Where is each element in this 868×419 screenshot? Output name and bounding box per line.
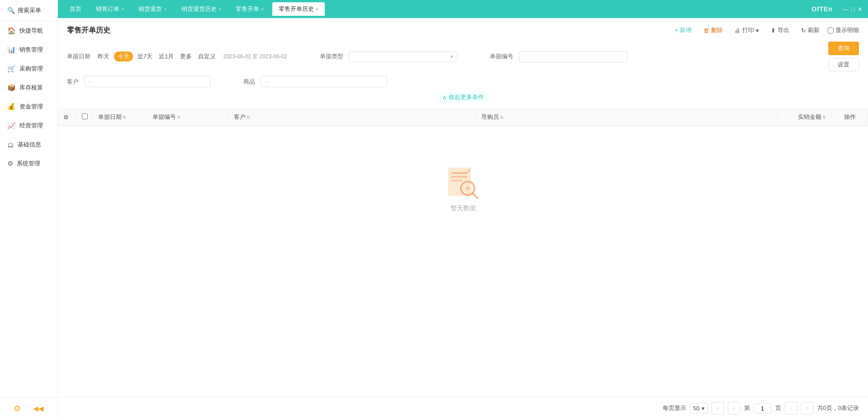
tab-label-sales-return: 销货退货: [138, 5, 162, 13]
tab-label-retail-open-history: 零售开单历史: [279, 5, 314, 13]
tab-sales-order[interactable]: 销售订单 ×: [90, 2, 130, 16]
date-today[interactable]: 今天: [114, 52, 133, 61]
filter-settings-button[interactable]: 设置: [828, 58, 859, 71]
prev-page-btn[interactable]: ‹: [728, 402, 740, 414]
sidebar-label-operations: 经营管理: [19, 122, 43, 130]
next-page-btn[interactable]: ›: [785, 402, 797, 414]
topbar: 首页销售订单 ×销货退货 ×销货退货历史 ×零售开单 ×零售开单历史 × OfT…: [58, 0, 868, 18]
date-custom[interactable]: 自定义: [196, 52, 218, 61]
tab-sales-return[interactable]: 销货退货 ×: [132, 2, 173, 16]
date-yesterday[interactable]: 昨天: [96, 52, 111, 61]
sidebar-label-inventory: 库存核算: [19, 84, 43, 92]
print-arrow-icon: ▾: [756, 27, 759, 34]
total-records: 共0页，0条记录: [817, 404, 859, 412]
goods-dots: ···: [265, 78, 270, 85]
date-more[interactable]: 更多: [178, 52, 194, 61]
tab-close-sales-return[interactable]: ×: [164, 6, 166, 12]
last-page-btn[interactable]: »: [801, 402, 814, 414]
table-settings-icon[interactable]: ⚙: [63, 114, 69, 121]
tab-sales-return-history[interactable]: 销货退货历史 ×: [175, 2, 228, 16]
date-range-display: 2023-06-02 至 2023-06-02: [223, 53, 287, 61]
sidebar-item-purchase-mgmt[interactable]: 🛒 采购管理: [0, 59, 57, 78]
date-7days[interactable]: 近7天: [136, 52, 154, 61]
sales-mgmt-icon: 📊: [7, 46, 16, 54]
svg-rect-2: [451, 176, 468, 178]
bill-number-input[interactable]: [523, 53, 623, 60]
chevron-up-icon: ∧: [442, 94, 447, 101]
close-btn[interactable]: ✕: [858, 6, 863, 13]
bill-number-label: 单据编号: [490, 52, 513, 61]
page-size-select[interactable]: 50 ▾: [690, 403, 707, 414]
page-label: 第: [744, 404, 750, 412]
tab-close-retail-open-history[interactable]: ×: [316, 6, 318, 12]
bill-sort-icon[interactable]: ⇅: [177, 115, 180, 120]
show-detail-checkbox[interactable]: 显示明细: [828, 26, 859, 34]
pagination: 每页显示 50 ▾ « ‹ 第 页 › » 共0页，0条记录: [58, 397, 868, 419]
tab-retail-open[interactable]: 零售开单 ×: [229, 2, 270, 16]
settings-icon[interactable]: ⚙: [14, 404, 21, 414]
sidebar-search[interactable]: 🔍 搜索采单: [0, 0, 57, 21]
bill-type-arrow-icon: ▾: [451, 54, 453, 60]
main-area: 首页销售订单 ×销货退货 ×销货退货历史 ×零售开单 ×零售开单历史 × OfT…: [58, 0, 868, 419]
filter-row-1: 单据日期 昨天 今天 近7天 近1月 更多 自定义 2023-06-02 至 2…: [67, 42, 859, 71]
date-sort-icon[interactable]: ⇅: [123, 115, 126, 120]
tab-close-retail-open[interactable]: ×: [261, 6, 264, 12]
refresh-button[interactable]: ↻ 刷新: [797, 24, 823, 36]
tab-home[interactable]: 首页: [63, 2, 88, 16]
th-checkbox: [76, 108, 92, 126]
print-button[interactable]: 🖨 打印 ▾: [731, 24, 763, 36]
sidebar-nav: 🏠 快捷导航 📊 销售管理 🛒 采购管理 📦 库存核算 💰 资金管理 📈 经营管…: [0, 21, 57, 398]
sidebar-footer: ⚙ ◀◀: [0, 398, 57, 419]
tab-label-sales-return-history: 销货退货历史: [181, 5, 217, 13]
tab-close-sales-order[interactable]: ×: [121, 6, 124, 12]
customer-input-wrapper[interactable]: ···: [84, 76, 211, 87]
data-table: ⚙ 单据日期⇅ 单据编号⇅ 客户⇅: [58, 108, 868, 126]
th-bill-no: 单据编号⇅: [147, 108, 228, 126]
collapse-sidebar-icon[interactable]: ◀◀: [33, 405, 44, 413]
collapse-label: 收起更多条件: [449, 93, 484, 101]
filter-row-2: 客户 ··· 商品 ···: [67, 76, 859, 87]
page-title: 零售开单历史: [67, 26, 110, 35]
th-amount: 实销金额⇅: [778, 108, 832, 126]
tab-close-sales-return-history[interactable]: ×: [218, 6, 221, 12]
select-all-checkbox[interactable]: [82, 113, 88, 119]
sidebar-label-basic-info: 基础信息: [18, 141, 41, 149]
show-detail-input[interactable]: [828, 28, 834, 33]
sidebar-item-sales-mgmt[interactable]: 📊 销售管理: [0, 40, 57, 59]
guide-sort-icon[interactable]: ⇅: [500, 115, 503, 120]
inventory-icon: 📦: [7, 84, 16, 92]
page-number-input[interactable]: [754, 403, 772, 414]
sidebar-item-finance[interactable]: 💰 资金管理: [0, 97, 57, 116]
sidebar-label-quick-nav: 快捷导航: [19, 27, 43, 35]
tab-label-home: 首页: [70, 5, 81, 13]
sidebar-item-operations[interactable]: 📈 经营管理: [0, 116, 57, 135]
delete-button[interactable]: 🗑 删除: [700, 24, 726, 36]
client-sort-icon[interactable]: ⇅: [247, 115, 250, 120]
query-button[interactable]: 查询: [828, 42, 859, 55]
refresh-icon: ↻: [801, 27, 806, 34]
bill-type-select[interactable]: ▾: [349, 52, 457, 62]
quick-nav-icon: 🏠: [7, 27, 16, 35]
date-1month[interactable]: 近1月: [157, 52, 175, 61]
svg-rect-3: [451, 179, 462, 181]
tab-retail-open-history[interactable]: 零售开单历史 ×: [272, 2, 325, 16]
goods-input-wrapper[interactable]: ···: [261, 76, 387, 87]
sidebar: 🔍 搜索采单 🏠 快捷导航 📊 销售管理 🛒 采购管理 📦 库存核算 💰 资金管…: [0, 0, 58, 419]
sidebar-label-sales-mgmt: 销售管理: [19, 46, 43, 54]
search-icon: 🔍: [7, 7, 15, 14]
first-page-btn[interactable]: «: [711, 402, 724, 414]
sidebar-item-basic-info[interactable]: 🗂 基础信息: [0, 135, 57, 154]
maximize-btn[interactable]: □: [851, 6, 855, 13]
sidebar-item-quick-nav[interactable]: 🏠 快捷导航: [0, 21, 57, 40]
sidebar-item-inventory[interactable]: 📦 库存核算: [0, 78, 57, 97]
minimize-btn[interactable]: —: [843, 6, 849, 13]
content-area: 零售开单历史 + 新增 🗑 删除 🖨 打印 ▾ ⬆ 导出 ↻: [58, 18, 868, 419]
sidebar-item-system-mgmt[interactable]: ⚙ 系统管理: [0, 154, 57, 173]
add-button[interactable]: + 新增: [671, 24, 695, 36]
collapse-button[interactable]: ∧ 收起更多条件: [436, 92, 490, 103]
tab-label-retail-open: 零售开单: [236, 5, 259, 13]
export-button[interactable]: ⬆ 导出: [767, 24, 793, 36]
bill-number-input-wrapper: [519, 51, 627, 62]
amount-sort-icon[interactable]: ⇅: [822, 115, 826, 120]
page-size-label: 每页显示: [663, 404, 686, 412]
